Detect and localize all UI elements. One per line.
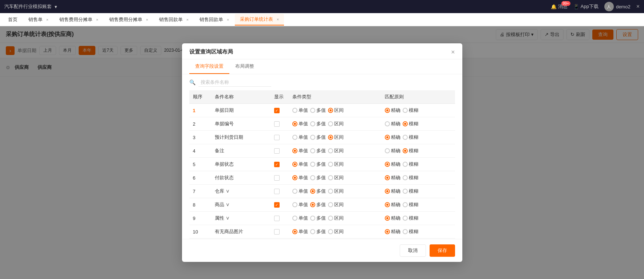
modal-tab-layout[interactable]: 布局调整 xyxy=(229,59,260,74)
match-fuzzy-9[interactable]: 模糊 xyxy=(403,228,418,235)
match-fuzzy-2[interactable]: 模糊 xyxy=(403,134,418,141)
match-exact-2[interactable]: 精确 xyxy=(385,134,400,141)
show-checkbox-0[interactable] xyxy=(274,108,280,113)
match-fuzzy-5[interactable]: 模糊 xyxy=(403,174,418,181)
top-close-button[interactable]: × xyxy=(636,3,640,10)
show-checkbox-8[interactable] xyxy=(274,216,280,221)
match-fuzzy-7[interactable]: 模糊 xyxy=(403,201,418,208)
match-rule-group-7: 精确模糊 xyxy=(385,201,451,208)
radio-single-6[interactable]: 单值 xyxy=(292,188,308,194)
radio-multi-2[interactable]: 多值 xyxy=(310,134,326,141)
cancel-button[interactable]: 取消 xyxy=(400,244,426,257)
radio-range-6[interactable]: 区间 xyxy=(328,188,344,194)
radio-range-5[interactable]: 区间 xyxy=(328,174,344,181)
match-exact-4[interactable]: 精确 xyxy=(385,161,400,168)
bell-icon: 🔔 xyxy=(551,4,557,9)
show-checkbox-1[interactable] xyxy=(274,121,280,127)
radio-single-4[interactable]: 单值 xyxy=(292,161,308,168)
search-icon: 🔍 xyxy=(189,79,195,85)
tab-close-sales-expense[interactable]: × xyxy=(96,17,98,22)
match-exact-9[interactable]: 精确 xyxy=(385,228,400,235)
radio-multi-1[interactable]: 多值 xyxy=(310,121,326,127)
radio-single-3[interactable]: 单值 xyxy=(292,148,308,154)
search-input[interactable] xyxy=(198,78,271,87)
radio-range-2[interactable]: 区间 xyxy=(328,134,344,141)
match-fuzzy-6[interactable]: 模糊 xyxy=(403,188,418,194)
radio-multi-0[interactable]: 多值 xyxy=(310,107,326,114)
radio-range-9[interactable]: 区间 xyxy=(328,228,344,235)
radio-single-9[interactable]: 单值 xyxy=(292,228,308,235)
radio-multi-5[interactable]: 多值 xyxy=(310,174,326,181)
top-nav-right: 🔔 消息 99+ 📱 App下载 人 demo2 × xyxy=(551,2,640,11)
radio-single-7[interactable]: 单值 xyxy=(292,201,308,208)
show-checkbox-6[interactable] xyxy=(274,189,280,194)
modal-close-button[interactable]: × xyxy=(451,49,455,55)
tab-home[interactable]: 首页 xyxy=(3,14,23,25)
match-fuzzy-1[interactable]: 模糊 xyxy=(403,121,418,127)
radio-range-4[interactable]: 区间 xyxy=(328,161,344,168)
match-rule-group-4: 精确模糊 xyxy=(385,161,451,168)
match-fuzzy-4[interactable]: 模糊 xyxy=(403,161,418,168)
radio-multi-4[interactable]: 多值 xyxy=(310,161,326,168)
tab-close-sales-return[interactable]: × xyxy=(186,17,189,22)
radio-multi-9[interactable]: 多值 xyxy=(310,228,326,235)
show-checkbox-5[interactable] xyxy=(274,175,280,181)
top-nav: 汽车配件行业模拟账套 ▾ 🔔 消息 99+ 📱 App下载 人 demo2 × xyxy=(0,0,644,13)
condition-type-group-3: 单值多值区间 xyxy=(292,148,377,154)
tab-close-purchase-stats[interactable]: × xyxy=(277,17,279,21)
radio-multi-8[interactable]: 多值 xyxy=(310,215,326,221)
notification-button[interactable]: 🔔 消息 99+ xyxy=(551,3,568,10)
tab-sales-expense2[interactable]: 销售费用分摊单 × xyxy=(104,14,153,25)
match-fuzzy-8[interactable]: 模糊 xyxy=(403,215,418,221)
radio-range-3[interactable]: 区间 xyxy=(328,148,344,154)
radio-multi-6[interactable]: 多值 xyxy=(310,188,326,194)
match-exact-5[interactable]: 精确 xyxy=(385,174,400,181)
tab-sales[interactable]: 销售单 × xyxy=(23,14,54,25)
match-fuzzy-0[interactable]: 模糊 xyxy=(403,107,418,114)
tab-sales-return[interactable]: 销售回款单 × xyxy=(154,14,194,25)
match-exact-7[interactable]: 精确 xyxy=(385,201,400,208)
radio-multi-7[interactable]: 多值 xyxy=(310,201,326,208)
row-order-4: 5 xyxy=(193,162,195,167)
show-checkbox-2[interactable] xyxy=(274,135,280,140)
table-row: 2单据编号单值多值区间精确模糊 xyxy=(189,117,455,131)
radio-single-2[interactable]: 单值 xyxy=(292,134,308,141)
match-exact-3[interactable]: 精确 xyxy=(385,148,400,154)
modal-tab-query-fields[interactable]: 查询字段设置 xyxy=(189,59,229,74)
match-exact-8[interactable]: 精确 xyxy=(385,215,400,221)
show-checkbox-7[interactable] xyxy=(274,202,280,208)
show-checkbox-9[interactable] xyxy=(274,229,280,235)
radio-range-8[interactable]: 区间 xyxy=(328,215,344,221)
radio-single-8[interactable]: 单值 xyxy=(292,215,308,221)
tab-close-sales[interactable]: × xyxy=(46,17,48,22)
condition-type-group-9: 单值多值区间 xyxy=(292,228,377,235)
app-download-button[interactable]: 📱 App下载 xyxy=(573,3,598,10)
radio-range-1[interactable]: 区间 xyxy=(328,121,344,127)
user-info[interactable]: 人 demo2 xyxy=(604,2,631,11)
tab-purchase-stats[interactable]: 采购订单统计表 × xyxy=(235,14,284,25)
tab-sales-return2[interactable]: 销售回款单 × xyxy=(194,14,234,25)
tab-close-sales-expense2[interactable]: × xyxy=(146,17,148,22)
top-nav-left: 汽车配件行业模拟账套 ▾ xyxy=(4,3,57,10)
match-fuzzy-3[interactable]: 模糊 xyxy=(403,148,418,154)
company-selector-label: 汽车配件行业模拟账套 xyxy=(4,3,52,10)
match-exact-6[interactable]: 精确 xyxy=(385,188,400,194)
condition-type-group-7: 单值多值区间 xyxy=(292,201,377,208)
tab-sales-expense[interactable]: 销售费用分摊单 × xyxy=(54,14,103,25)
match-exact-0[interactable]: 精确 xyxy=(385,107,400,114)
show-checkbox-4[interactable] xyxy=(274,162,280,167)
radio-single-5[interactable]: 单值 xyxy=(292,174,308,181)
table-row: 5单据状态单值多值区间精确模糊 xyxy=(189,158,455,171)
tab-close-sales-return2[interactable]: × xyxy=(227,17,229,22)
save-button[interactable]: 保存 xyxy=(430,244,455,257)
show-checkbox-3[interactable] xyxy=(274,148,280,154)
radio-single-1[interactable]: 单值 xyxy=(292,121,308,127)
radio-single-0[interactable]: 单值 xyxy=(292,107,308,114)
radio-range-0[interactable]: 区间 xyxy=(328,107,344,114)
table-row: 7仓库 ∨单值多值区间精确模糊 xyxy=(189,185,455,198)
row-order-9: 10 xyxy=(193,229,198,235)
match-exact-1[interactable]: 精确 xyxy=(385,121,400,127)
radio-range-7[interactable]: 区间 xyxy=(328,201,344,208)
radio-multi-3[interactable]: 多值 xyxy=(310,148,326,154)
match-rule-group-3: 精确模糊 xyxy=(385,148,451,154)
